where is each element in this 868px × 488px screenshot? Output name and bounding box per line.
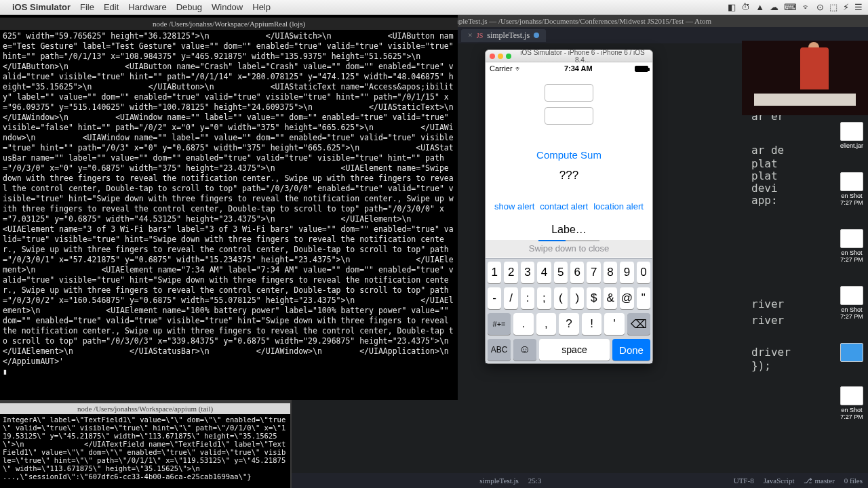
menu-edit[interactable]: Edit: [104, 2, 119, 12]
terminal1-titlebar[interactable]: node /Users/jonahss/Workspace/AppiumReal…: [0, 18, 458, 30]
app-name[interactable]: iOS Simulator: [12, 2, 71, 12]
sim-app-body: Compute Sum ??? show alert contact alert…: [486, 75, 652, 258]
menu-file[interactable]: File: [80, 2, 94, 12]
key-dash[interactable]: -: [488, 287, 501, 309]
terminal2-titlebar[interactable]: node /Users/jonahss/Workspace/appium (ta…: [0, 403, 290, 414]
menubar-extras: ◧ ⏱ ▲ ☁︎ ⌨︎ ᯤ ⊙ ⬚ ⚡︎ ☰: [728, 2, 863, 12]
menu-debug[interactable]: Debug: [176, 2, 202, 12]
key-colon[interactable]: :: [521, 287, 534, 309]
desktop-file-jar[interactable]: elient.jar: [835, 122, 868, 149]
tab-modified-icon: [534, 33, 539, 38]
alert-buttons-row: show alert contact alert location alert: [494, 201, 644, 211]
menu-hardware[interactable]: Hardware: [128, 2, 166, 12]
key-5[interactable]: 5: [554, 262, 568, 283]
compute-sum-button[interactable]: Compute Sum: [536, 149, 601, 161]
desktop-file-screenshot-1[interactable]: en Shot 7:27 PM: [835, 172, 868, 206]
menu-help[interactable]: Help: [252, 2, 271, 12]
desktop-file-selected[interactable]: [835, 343, 868, 363]
text-field-a[interactable]: [545, 84, 593, 102]
key-amp[interactable]: &: [604, 287, 617, 309]
ios-simulator-window[interactable]: iOS Simulator - iPhone 6 - iPhone 6 / iO…: [485, 49, 653, 364]
key-2[interactable]: 2: [504, 262, 517, 283]
carrier-label: Carrier ᯤ: [490, 64, 522, 73]
menu-hamburger-icon[interactable]: ☰: [854, 2, 863, 12]
statusitem-4[interactable]: ☁︎: [770, 2, 778, 12]
key-emoji[interactable]: ☺: [513, 339, 536, 361]
key-semicolon[interactable]: ;: [537, 287, 551, 309]
terminal-appium-real[interactable]: node /Users/jonahss/Workspace/AppiumReal…: [0, 15, 458, 400]
statusitem-1[interactable]: ◧: [728, 2, 736, 12]
minimize-icon[interactable]: [498, 54, 503, 59]
terminal-appium-tail[interactable]: node /Users/jonahss/Workspace/appium (ta…: [0, 403, 290, 488]
text-field-b[interactable]: [545, 107, 593, 125]
statusitem-3[interactable]: ▲: [755, 2, 764, 12]
key-slash[interactable]: /: [504, 287, 517, 309]
statusitem-8[interactable]: ⬚: [829, 2, 837, 12]
tab-close-icon[interactable]: ×: [468, 30, 473, 41]
video-pip-overlay: [742, 41, 868, 115]
key-0[interactable]: 0: [637, 262, 650, 283]
editor-statusbar: simpleTest.js 25:3 UTF-8 JavaScript mast…: [292, 473, 868, 488]
battery-icon[interactable]: ⚡︎: [843, 2, 849, 12]
key-4[interactable]: 4: [537, 262, 551, 283]
sum-result-label: ???: [559, 169, 578, 182]
status-git-branch[interactable]: master: [804, 476, 834, 485]
key-period[interactable]: .: [513, 313, 534, 335]
ios-statusbar: Carrier ᯤ 7:34 AM: [486, 62, 652, 75]
status-language[interactable]: JavaScript: [764, 476, 795, 485]
key-3[interactable]: 3: [521, 262, 534, 283]
key-quote[interactable]: ": [637, 287, 650, 309]
statusitem-2[interactable]: ⏱: [741, 2, 750, 12]
key-apostrophe[interactable]: ': [604, 313, 625, 335]
key-question[interactable]: ?: [559, 313, 579, 335]
key-done[interactable]: Done: [612, 339, 650, 361]
status-encoding[interactable]: UTF-8: [734, 476, 754, 485]
statusitem-7[interactable]: ⊙: [816, 2, 824, 12]
key-space[interactable]: space: [539, 339, 610, 361]
kb-row-4: ABC ☺ space Done: [488, 339, 650, 361]
status-file[interactable]: simpleTest.js: [479, 476, 519, 485]
sim-titlebar[interactable]: iOS Simulator - iPhone 6 - iPhone 6 / iO…: [486, 50, 652, 62]
key-at[interactable]: @: [620, 287, 633, 309]
tab-file-icon: JS: [477, 32, 483, 39]
key-lparen[interactable]: (: [554, 287, 568, 309]
key-8[interactable]: 8: [604, 262, 617, 283]
kb-row-2: - / : ; ( ) $ & @ ": [488, 287, 650, 309]
podium: [754, 94, 856, 106]
statusitem-5[interactable]: ⌨︎: [784, 2, 797, 12]
code-frag-2: ar de: [751, 144, 784, 157]
traffic-lights: [490, 54, 511, 59]
status-cursor-pos[interactable]: 25:3: [528, 476, 542, 485]
key-6[interactable]: 6: [570, 262, 584, 283]
desktop-file-screenshot-2[interactable]: en Shot 7:27 PM: [835, 229, 868, 263]
key-dollar[interactable]: $: [587, 287, 600, 309]
terminal2-output: IntegerA\" label=\"TextField1\" value=\"…: [0, 414, 290, 482]
ios-keyboard: 1 2 3 4 5 6 7 8 9 0 - / : ; ( ) $ & @ " …: [486, 258, 652, 363]
key-backspace[interactable]: ⌫: [627, 313, 650, 335]
key-9[interactable]: 9: [620, 262, 633, 283]
desktop-file-screenshot-3[interactable]: en Shot 7:27 PM: [835, 286, 868, 320]
zoom-icon[interactable]: [506, 54, 511, 59]
code-frag-9: });: [751, 359, 771, 372]
key-1[interactable]: 1: [488, 262, 501, 283]
close-icon[interactable]: [490, 54, 495, 59]
key-7[interactable]: 7: [587, 262, 600, 283]
kb-row-1: 1 2 3 4 5 6 7 8 9 0: [488, 262, 650, 283]
desktop-file-screenshot-4[interactable]: en Shot 7:27 PM: [835, 386, 868, 420]
key-abc[interactable]: ABC: [488, 339, 511, 361]
editor-tab-simpletest[interactable]: × JS simpleTest.js: [461, 29, 546, 42]
location-alert-button[interactable]: location alert: [593, 201, 644, 211]
key-more-symbols[interactable]: #+=: [488, 313, 511, 335]
tab-file-name: simpleTest.js: [487, 30, 530, 41]
terminal1-output: 625" width="59.765625" height="36.328125…: [3, 31, 455, 377]
battery-icon: [635, 66, 648, 72]
status-git-changes[interactable]: 0 files: [844, 476, 863, 485]
contact-alert-button[interactable]: contact alert: [540, 201, 588, 211]
key-comma[interactable]: ,: [536, 313, 557, 335]
code-frag-8: driver: [751, 346, 791, 359]
show-alert-button[interactable]: show alert: [494, 201, 534, 211]
menu-window[interactable]: Window: [212, 2, 243, 12]
key-exclaim[interactable]: !: [582, 313, 602, 335]
wifi-icon[interactable]: ᯤ: [802, 2, 811, 12]
key-rparen[interactable]: ): [570, 287, 584, 309]
